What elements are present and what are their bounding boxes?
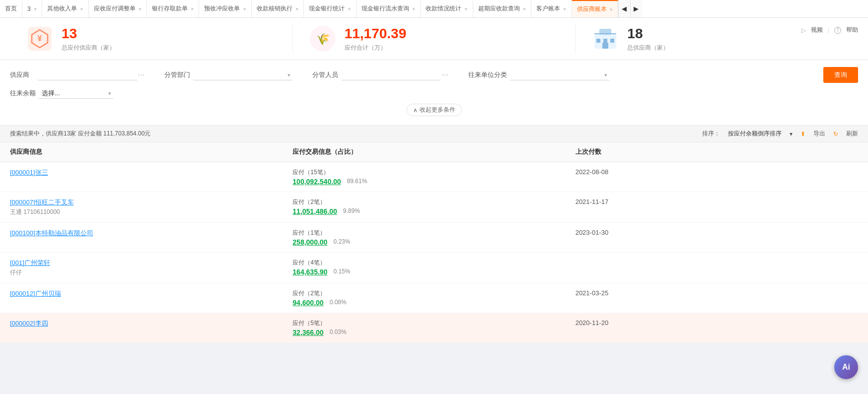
export-button[interactable]: 导出 <box>813 130 825 138</box>
export-icon: ⬆ <box>800 131 805 137</box>
last-pay-date: 2021-11-17 <box>576 198 609 205</box>
sort-down-icon[interactable]: ▾ <box>790 131 793 137</box>
stat-info-2: 11,170.39 应付合计（万） <box>345 25 407 53</box>
results-summary: 搜索结果中，供应商13家 应付金额 111,703,854.00元 <box>10 130 702 138</box>
balance-label: 往来余额 <box>10 89 36 98</box>
filter-group-person: 分管人员 ··· <box>312 69 448 80</box>
query-button[interactable]: 查询 <box>823 67 858 83</box>
nav-tab-home[interactable]: 首页 <box>0 0 22 17</box>
stat-label-payable-total: 应付合计（万） <box>345 44 407 52</box>
supplier-link[interactable]: [000012]广州贝瑞 <box>10 290 61 297</box>
close-icon[interactable]: × <box>34 6 37 12</box>
filter-group-balance: 往来余额 选择... ▾ <box>10 88 113 99</box>
nav-tab-supplier-ledger[interactable]: 供应商账本 × <box>572 0 618 17</box>
nav-tab-bank-deposit[interactable]: 银行存取款单 × <box>147 0 199 17</box>
supplier-link[interactable]: [000100]本特勒油品有限公司 <box>10 229 93 237</box>
nav-tab-home-label: 首页 <box>5 4 17 13</box>
payable-amount-link[interactable]: 164,635.90 <box>292 268 327 276</box>
payable-amount-link[interactable]: 258,000.00 <box>292 238 327 246</box>
close-icon[interactable]: × <box>464 6 467 12</box>
nav-tab-cash-flow-query[interactable]: 现金银行流水查询 × <box>357 0 421 17</box>
last-pay-cell: 2022-08-08 <box>576 168 858 176</box>
supplier-dots-icon[interactable]: ··· <box>138 70 145 79</box>
nav-prev-button[interactable]: ◀ <box>618 0 630 18</box>
filter-row-2: 往来余额 选择... ▾ <box>10 88 858 99</box>
nav-tab-3[interactable]: 3 × <box>22 0 42 17</box>
nav-tab-ar-ap-adjust-label: 应收应付调整单 <box>94 4 136 13</box>
help-icon: ? <box>834 27 841 34</box>
refresh-button[interactable]: 刷新 <box>846 130 858 138</box>
supplier-input[interactable] <box>38 69 137 80</box>
dept-select[interactable] <box>193 69 292 80</box>
payable-amount-link[interactable]: 94,600.00 <box>292 299 323 307</box>
close-icon[interactable]: × <box>610 6 613 12</box>
nav-tab-customer-ledger-label: 客户账本 <box>536 4 560 13</box>
col-header-payable: 应付交易信息（占比） <box>292 147 575 156</box>
last-pay-cell: 2020-11-20 <box>576 319 858 327</box>
nav-tab-receipt-stat[interactable]: 收款情况统计 × <box>421 0 473 17</box>
balance-select[interactable]: 选择... <box>39 88 113 99</box>
close-icon[interactable]: × <box>348 6 351 12</box>
svg-text:🌾: 🌾 <box>316 32 330 46</box>
svg-rect-8 <box>603 39 607 43</box>
table-row: [000001]张三 应付（15笔） 100,092,540.00 89.61%… <box>0 162 868 192</box>
nav-tab-overdue-ar[interactable]: 超期应收款查询 × <box>473 0 531 17</box>
video-icon: ▷ <box>801 27 806 34</box>
payable-pct: 0.23% <box>333 238 350 245</box>
payable-pct: 0.03% <box>330 328 347 335</box>
svg-rect-7 <box>596 39 600 43</box>
stat-number-payable-suppliers: 13 <box>62 25 115 42</box>
table-row: [000002]李四 应付（5笔） 32,366.00 0.03% 2020-1… <box>0 313 868 343</box>
collapse-button[interactable]: ∧ 收起更多条件 <box>407 104 462 116</box>
supplier-link[interactable]: [001]广州荣轩 <box>10 259 50 266</box>
sort-value[interactable]: 按应付余额倒序排序 <box>728 130 782 138</box>
person-dots-icon[interactable]: ··· <box>441 70 448 79</box>
payable-amount-link[interactable]: 32,366.00 <box>292 328 323 336</box>
close-icon[interactable]: × <box>80 6 83 12</box>
category-select[interactable] <box>510 69 609 80</box>
close-icon[interactable]: × <box>295 6 298 12</box>
dept-select-wrap: ▾ <box>193 69 292 80</box>
close-icon[interactable]: × <box>523 6 526 12</box>
close-icon[interactable]: × <box>191 6 194 12</box>
supplier-label: 供应商 <box>10 70 35 79</box>
video-link[interactable]: 视频 <box>811 26 823 34</box>
payable-cell: 应付（2笔） 94,600.00 0.08% <box>292 289 575 307</box>
payable-count: 应付（15笔） <box>292 168 329 177</box>
nav-tab-receipt-verify[interactable]: 收款核销执行 × <box>252 0 304 17</box>
payable-row: 100,092,540.00 89.61% <box>292 177 367 186</box>
svg-text:¥: ¥ <box>38 34 42 43</box>
last-pay-date: 2023-01-30 <box>576 229 609 236</box>
close-icon[interactable]: × <box>412 6 415 12</box>
stat-number-total-suppliers: 18 <box>627 25 669 42</box>
close-icon[interactable]: × <box>563 6 566 12</box>
nav-tab-prepay-ar[interactable]: 预收冲应收单 × <box>199 0 251 17</box>
payable-pct: 0.15% <box>333 268 350 275</box>
nav-tab-overdue-ar-label: 超期应收款查询 <box>478 4 520 13</box>
supplier-link[interactable]: [000007]恒旺二手叉车 <box>10 198 74 206</box>
table-row: [000012]广州贝瑞 应付（2笔） 94,600.00 0.08% 2021… <box>0 283 868 313</box>
nav-next-button[interactable]: ▶ <box>630 0 642 18</box>
nav-tab-cash-bank-stat[interactable]: 现金银行统计 × <box>304 0 356 17</box>
nav-tab-ar-ap-adjust[interactable]: 应收应付调整单 × <box>89 0 147 17</box>
help-link[interactable]: 帮助 <box>846 26 858 34</box>
supplier-link[interactable]: [000001]张三 <box>10 169 48 176</box>
person-label: 分管人员 <box>312 70 338 79</box>
payable-count: 应付（1笔） <box>292 229 326 237</box>
supplier-link[interactable]: [000002]李四 <box>10 320 48 327</box>
close-icon[interactable]: × <box>243 6 246 12</box>
last-pay-date: 2021-03-25 <box>576 289 609 297</box>
nav-tab-other-income[interactable]: 其他收入单 × <box>42 0 88 17</box>
supplier-info-cell: [000001]张三 <box>10 168 292 177</box>
close-icon[interactable]: × <box>139 6 142 12</box>
header-links: ▷ 视频 | ? 帮助 <box>801 26 858 34</box>
payable-amount-link[interactable]: 100,092,540.00 <box>292 178 341 186</box>
balance-select-wrap: 选择... ▾ <box>39 88 113 99</box>
supplier-info-cell: [000100]本特勒油品有限公司 <box>10 229 292 238</box>
person-input[interactable] <box>341 69 440 80</box>
payable-pct: 89.61% <box>347 178 367 185</box>
nav-tab-other-income-label: 其他收入单 <box>47 4 77 13</box>
nav-tab-customer-ledger[interactable]: 客户账本 × <box>531 0 572 17</box>
payable-amount-link[interactable]: 11,051,486.00 <box>292 207 337 215</box>
divider: | <box>828 27 829 34</box>
